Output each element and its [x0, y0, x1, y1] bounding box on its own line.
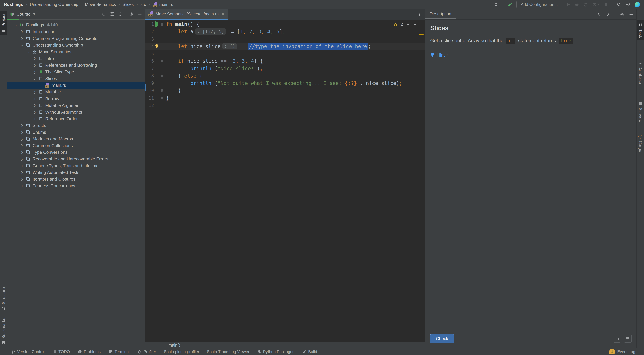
code-text[interactable]: fn main() { [164, 20, 200, 28]
tool-stripe-sciview[interactable]: SciView [637, 99, 644, 125]
tool-stripe-database[interactable]: Database [637, 57, 644, 86]
status-bar-item[interactable]: Terminal [108, 350, 130, 354]
code-text[interactable]: } else { [164, 72, 202, 80]
code-text[interactable]: println!("Not quite what I was expecting… [164, 80, 402, 87]
chevron-right-icon[interactable]: ❯ [32, 117, 38, 121]
code-editor[interactable]: 2 1fn main() {2 let a: [i32; 5] = [1, 2,… [144, 19, 425, 342]
tree-row[interactable]: RSmain.rs [8, 82, 144, 89]
user-account-icon[interactable] [494, 2, 499, 7]
code-text[interactable]: println!("Nice slice!"); [164, 65, 263, 72]
check-button[interactable]: Check [430, 334, 454, 344]
course-view-selector[interactable]: Course [16, 11, 30, 17]
code-line[interactable]: 2 let a: [i32; 5] = [1, 2, 3, 4, 5]; [144, 28, 425, 35]
chevron-right-icon[interactable]: ❯ [32, 97, 38, 100]
answer-placeholder[interactable]: //type the invocation of the slice here [248, 43, 368, 50]
status-bar-item[interactable]: Profiler [137, 350, 156, 354]
tree-row[interactable]: ❯References and Borrowing [8, 62, 144, 68]
breadcrumb-item[interactable]: Understanding Ownership [30, 2, 78, 7]
tab-list-more-icon[interactable] [417, 12, 425, 16]
build-hammer-icon[interactable] [507, 2, 512, 7]
breadcrumb-item[interactable]: src [140, 2, 146, 7]
breadcrumb-item[interactable]: Move Semantics [85, 2, 116, 7]
tab-description[interactable]: Description [425, 9, 456, 19]
chevron-right-icon[interactable]: ❯ [19, 30, 25, 33]
close-icon[interactable]: × [222, 11, 224, 16]
chevron-right-icon[interactable]: ❯ [19, 177, 25, 181]
tree-row[interactable]: ❯Reference Order [8, 115, 144, 122]
tree-row[interactable]: ❯The Slice Type [8, 68, 144, 75]
breadcrumb-item[interactable]: RSmain.rs [152, 2, 173, 7]
status-bar-item[interactable]: Build [302, 350, 317, 354]
chevron-right-icon[interactable]: ❯ [32, 57, 38, 60]
code-line[interactable]: 5 [144, 50, 425, 57]
chevron-down-icon[interactable]: ▼ [32, 12, 36, 16]
tree-row[interactable]: ❯Common Programming Concepts [8, 35, 144, 42]
code-line[interactable]: 1fn main() { [144, 20, 425, 28]
code-text[interactable]: let a: [i32; 5] = [1, 2, 3, 4, 5]; [164, 28, 286, 35]
leave-comment-button[interactable] [624, 335, 632, 343]
status-bar-item[interactable]: Problems [78, 350, 100, 354]
run-line-icon[interactable] [155, 23, 158, 26]
tree-row[interactable]: ❯Mutable [8, 89, 144, 95]
chevron-right-icon[interactable]: ❯ [19, 137, 25, 141]
chevron-right-icon[interactable]: ❯ [19, 124, 25, 127]
chevron-down-icon[interactable]: ⌄ [19, 43, 25, 47]
chevron-right-icon[interactable]: ❯ [19, 37, 25, 40]
expand-all-icon[interactable] [110, 12, 114, 16]
event-log-button[interactable]: 1 Event Log [610, 349, 635, 355]
chevron-down-icon[interactable]: ⌄ [12, 23, 19, 27]
chevron-right-icon[interactable]: ❯ [19, 184, 25, 188]
intention-bulb-icon[interactable] [155, 44, 159, 49]
editor-tab-main-rs[interactable]: RS Move Semantics/Slices/.../main.rs × [144, 9, 228, 19]
tree-row[interactable]: ❯Mutable Argument [8, 102, 144, 109]
collapse-all-icon[interactable] [118, 12, 122, 16]
tree-row[interactable]: ❯Intro [8, 55, 144, 62]
breadcrumb-item[interactable]: Slices [122, 2, 134, 7]
tree-row[interactable]: ❯Generic Types, Traits and Lifetime [8, 162, 144, 169]
tree-row[interactable]: ⌄Rustlings4/140 [8, 22, 144, 28]
gear-icon[interactable] [620, 12, 624, 16]
tree-row[interactable]: ❯Borrow [8, 95, 144, 102]
status-bar-item[interactable]: Scala plugin profiler [164, 350, 199, 354]
back-arrow-icon[interactable] [596, 12, 601, 17]
hint-toggle[interactable]: Hint › [430, 52, 632, 58]
tree-row[interactable]: ❯Structs [8, 122, 144, 129]
code-text[interactable]: let nice_slice: () = //type the invocati… [164, 43, 371, 50]
tree-row[interactable]: ❯Recoverable and Unrecoverable Errors [8, 156, 144, 162]
code-text[interactable]: } [164, 94, 169, 102]
chevron-down-icon[interactable]: ⌄ [25, 49, 32, 54]
code-line[interactable]: 8 } else { [144, 72, 425, 80]
tree-row[interactable]: ❯Modules and Macros [8, 136, 144, 142]
settings-gear-icon[interactable] [626, 2, 630, 7]
status-bar-item[interactable]: Python Packages [257, 350, 294, 354]
chevron-right-icon[interactable]: ❯ [32, 63, 38, 67]
tree-row[interactable]: ❯Type Conversions [8, 149, 144, 156]
hide-panel-icon[interactable] [629, 12, 634, 16]
fold-marker-icon[interactable] [161, 97, 163, 99]
chevron-right-icon[interactable]: ❯ [32, 104, 38, 107]
status-bar-item[interactable]: TODO [52, 350, 70, 354]
fold-marker-icon[interactable] [161, 23, 163, 26]
reset-task-button[interactable] [613, 335, 621, 343]
chevron-right-icon[interactable]: ❯ [19, 151, 25, 154]
tool-stripe-task[interactable]: Task [637, 20, 644, 40]
code-line[interactable]: 12 [144, 102, 425, 109]
code-line[interactable]: 11} [144, 94, 425, 102]
tree-row[interactable]: ❯Iterators and Closures [8, 176, 144, 182]
fold-marker-icon[interactable] [161, 74, 163, 77]
chevron-right-icon[interactable]: ❯ [32, 110, 38, 114]
tool-stripe-project[interactable]: Project [0, 11, 7, 35]
tree-row[interactable]: ❯Fearless Concurrency [8, 182, 144, 189]
tree-row[interactable]: ⌄Understanding Ownership [8, 42, 144, 48]
code-text[interactable]: if nice_slice == [2, 3, 4] { [164, 57, 263, 65]
chevron-down-icon[interactable]: ⌄ [32, 76, 38, 81]
status-bar-item[interactable]: Version Control [11, 350, 44, 354]
search-icon[interactable] [616, 2, 622, 7]
breadcrumb-item[interactable]: Rustlings [4, 2, 23, 7]
tree-row[interactable]: ❯Writing Automated Tests [8, 169, 144, 176]
add-configuration-button[interactable]: Add Configuration... [516, 0, 562, 8]
fold-marker-icon[interactable] [161, 89, 163, 92]
code-line[interactable]: 6 if nice_slice == [2, 3, 4] { [144, 57, 425, 65]
tree-row[interactable]: ⌄Move Semantics [8, 48, 144, 55]
fold-marker-icon[interactable] [161, 60, 163, 62]
